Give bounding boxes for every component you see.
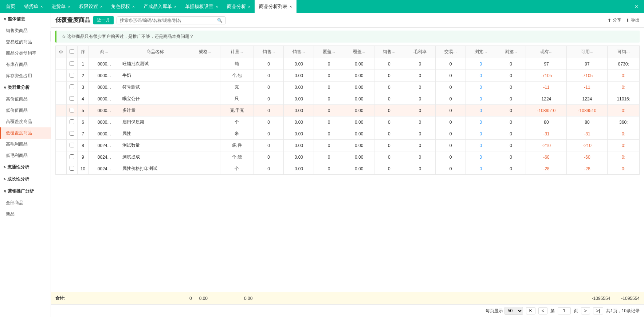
row-checkbox[interactable] xyxy=(70,73,74,78)
search-input[interactable] xyxy=(120,18,216,23)
sidebar-section-overall[interactable]: ∨ 整体信息 xyxy=(0,13,51,25)
cell-name: 眠宝公仔 xyxy=(120,93,190,105)
sidebar-item-stock-capital[interactable]: 库存资金占用 xyxy=(0,70,51,82)
sidebar-item-low-margin[interactable]: 低毛利商品 xyxy=(0,150,51,161)
nav-sales[interactable]: 销货单 × xyxy=(20,0,47,13)
nav-roles[interactable]: 角色授权 × xyxy=(107,0,139,13)
share-button[interactable]: ⬆ 分享 xyxy=(608,17,621,23)
cell-browse1[interactable]: 0 xyxy=(466,70,496,82)
table-row: 10 0024... 属性价格打印测试 个 0 0.00 0 0.00 0 0 … xyxy=(56,163,640,175)
sidebar-item-low-coverage[interactable]: 低覆盖度商品 xyxy=(0,127,51,139)
cell-no: 7 xyxy=(78,128,89,140)
cell-browse1[interactable]: 0 xyxy=(466,128,496,140)
cell-checkbox[interactable] xyxy=(67,70,78,82)
export-button[interactable]: ⬇ 导出 xyxy=(626,17,640,23)
cell-spec xyxy=(190,70,220,82)
nav-product-analysis[interactable]: 商品分析 × xyxy=(223,0,255,13)
cell-unit: 个,包 xyxy=(220,70,254,82)
cell-unit: 个,袋 xyxy=(220,151,254,163)
nav-product-analysis-list-close[interactable]: × xyxy=(290,4,292,9)
sidebar-section-marketing[interactable]: ∨ 营销推广分析 xyxy=(0,185,51,197)
sidebar-item-high-value[interactable]: 高价值商品 xyxy=(0,94,51,105)
row-checkbox[interactable] xyxy=(70,96,74,101)
cell-unit: 米 xyxy=(220,128,254,140)
cell-sales2: 0 xyxy=(374,151,404,163)
prev-page-btn[interactable]: < xyxy=(538,307,547,314)
nav-product-entry[interactable]: 产成品入库单 × xyxy=(139,0,181,13)
sidebar-item-traded-products[interactable]: 交易过的商品 xyxy=(0,36,51,48)
cell-browse1[interactable]: 0 xyxy=(466,163,496,175)
nav-roles-close[interactable]: × xyxy=(132,4,134,9)
page-input[interactable] xyxy=(558,307,571,314)
sidebar-section-cluster[interactable]: ∨ 类群量分析 xyxy=(0,82,51,94)
sidebar-section-growth[interactable]: > 成长性分析 xyxy=(0,173,51,185)
cell-cover1: 0 xyxy=(314,163,344,175)
cell-browse1[interactable]: 0 xyxy=(466,151,496,163)
window-close[interactable]: × xyxy=(631,3,643,10)
sidebar-item-high-coverage[interactable]: 高覆盖度商品 xyxy=(0,116,51,127)
nav-home[interactable]: 首页 xyxy=(1,0,20,13)
sidebar-item-high-margin[interactable]: 高毛利商品 xyxy=(0,139,51,150)
sidebar-section-liquidity[interactable]: > 流通性分析 xyxy=(0,161,51,173)
row-checkbox[interactable] xyxy=(70,154,74,159)
row-checkbox[interactable] xyxy=(70,131,74,136)
nav-sales-close[interactable]: × xyxy=(40,4,43,9)
cell-checkbox[interactable] xyxy=(67,116,78,128)
nav-purchase-close[interactable]: × xyxy=(68,4,70,9)
period-button[interactable]: 近一月 xyxy=(93,16,114,24)
select-all-checkbox[interactable] xyxy=(70,49,74,54)
cell-browse1[interactable]: 0 xyxy=(466,82,496,93)
col-settings[interactable]: ⚙ xyxy=(56,46,67,58)
search-icon[interactable]: 🔍 xyxy=(217,18,223,23)
cell-checkbox[interactable] xyxy=(67,93,78,105)
cell-browse1[interactable]: 0 xyxy=(466,93,496,105)
nav-product-analysis-list[interactable]: 商品分析列表 × xyxy=(255,0,296,13)
row-checkbox[interactable] xyxy=(70,166,74,171)
nav-template-close[interactable]: × xyxy=(216,4,218,9)
nav-purchase[interactable]: 进货单 × xyxy=(47,0,74,13)
nav-product-analysis-close[interactable]: × xyxy=(248,4,250,9)
last-page-btn[interactable]: >| xyxy=(593,307,603,314)
sidebar-item-low-value[interactable]: 低价值商品 xyxy=(0,105,51,116)
info-banner: ☆ 这些商品只有很少客户购买过，是推广不够，还是商品本身问题？ xyxy=(55,31,640,43)
sidebar-item-in-stock[interactable]: 有库存商品 xyxy=(0,59,51,70)
nav-product-entry-close[interactable]: × xyxy=(174,4,176,9)
nav-template[interactable]: 单据模板设置 × xyxy=(181,0,222,13)
cell-no: 5 xyxy=(78,105,89,116)
cell-checkbox[interactable] xyxy=(67,82,78,93)
cell-spec xyxy=(190,93,220,105)
cell-browse1[interactable]: 0 xyxy=(466,140,496,151)
cell-avail: -60 xyxy=(567,151,608,163)
cell-checkbox[interactable] xyxy=(67,151,78,163)
cell-checkbox[interactable] xyxy=(67,128,78,140)
next-page-btn[interactable]: > xyxy=(581,307,590,314)
row-checkbox[interactable] xyxy=(70,108,74,112)
cell-gross-rate: 0 xyxy=(404,58,436,70)
row-checkbox[interactable] xyxy=(70,143,74,147)
sidebar-item-new-products[interactable]: 新品 xyxy=(0,209,51,220)
cell-checkbox[interactable] xyxy=(67,140,78,151)
row-checkbox[interactable] xyxy=(70,84,74,89)
settings-icon[interactable]: ⚙ xyxy=(59,49,63,55)
nav-permissions-close[interactable]: × xyxy=(100,4,102,9)
sidebar-item-sales-products[interactable]: 销售类商品 xyxy=(0,25,51,36)
cell-browse1[interactable]: 0 xyxy=(466,58,496,70)
sidebar-item-all-products[interactable]: 全部商品 xyxy=(0,197,51,209)
cell-trans: 0 xyxy=(436,93,466,105)
first-page-btn[interactable]: K xyxy=(526,307,535,314)
nav-permissions[interactable]: 权限设置 × xyxy=(75,0,107,13)
cell-checkbox[interactable] xyxy=(67,58,78,70)
col-name: 商品名称 xyxy=(120,46,190,58)
cell-browse1[interactable]: 0 xyxy=(466,116,496,128)
row-checkbox[interactable] xyxy=(70,119,74,124)
row-checkbox[interactable] xyxy=(70,61,74,66)
total-label: 合计: xyxy=(55,295,66,301)
cell-no: 9 xyxy=(78,151,89,163)
sidebar-item-category-rate[interactable]: 商品分类动销率 xyxy=(0,48,51,59)
cell-trans: 0 xyxy=(436,116,466,128)
cell-browse1[interactable]: 0 xyxy=(466,105,496,116)
page-size-dropdown[interactable]: 10 20 50 100 xyxy=(504,307,523,315)
cell-browse2: 0 xyxy=(496,116,526,128)
cell-checkbox[interactable] xyxy=(67,105,78,116)
cell-checkbox[interactable] xyxy=(67,163,78,175)
